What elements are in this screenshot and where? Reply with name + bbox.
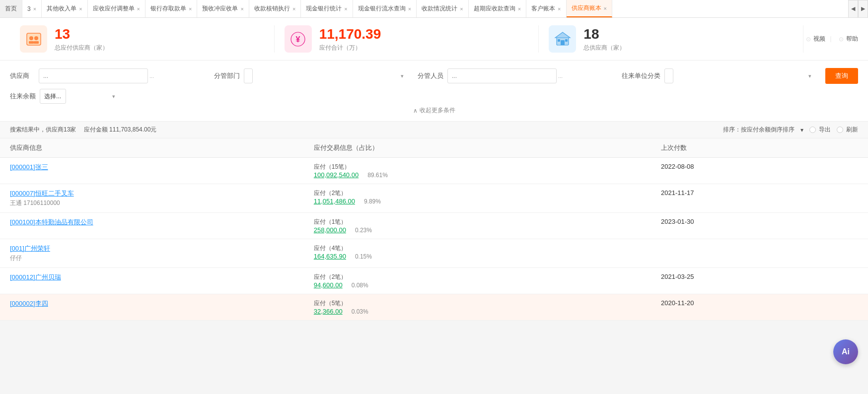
- last-payment-cell: [651, 239, 868, 268]
- tx-amount[interactable]: 32,366.00: [314, 308, 343, 315]
- supplier-link[interactable]: [000100]本特勤油品有限公司: [10, 218, 93, 226]
- last-payment-cell: 2020-11-20: [651, 294, 868, 321]
- close-icon[interactable]: ×: [344, 6, 347, 12]
- category-select[interactable]: [664, 68, 673, 83]
- export-label: 导出: [819, 126, 831, 134]
- help-link[interactable]: 帮助: [846, 35, 858, 43]
- category-select-wrapper: [664, 68, 816, 83]
- table-row: [001]广州荣轩仔仔应付（4笔）164,635.900.15%: [0, 239, 868, 268]
- close-icon[interactable]: ×: [292, 6, 295, 12]
- result-bar: 搜索结果中，供应商13家 应付金额 111,703,854.00元 排序：按应付…: [0, 122, 868, 138]
- close-icon[interactable]: ×: [408, 6, 411, 12]
- close-icon[interactable]: ×: [558, 6, 561, 12]
- nav-tab-ar-ap-label: 应收应付调整单: [93, 4, 135, 13]
- close-icon[interactable]: ×: [604, 5, 607, 11]
- tx-amount[interactable]: 11,051,486.00: [314, 197, 355, 205]
- table-row: [000001]张三应付（15笔）100,092,540.0089.61%202…: [0, 158, 868, 184]
- export-action[interactable]: 导出: [809, 126, 831, 134]
- collapse-button[interactable]: ∧ 收起更多条件: [10, 104, 858, 116]
- summary-info-suppliers: 13 总应付供应商（家）: [55, 26, 108, 53]
- nav-tab-overdue[interactable]: 超期应收款查询 ×: [469, 0, 526, 17]
- refresh-action[interactable]: 刷新: [837, 126, 858, 134]
- result-summary: 搜索结果中，供应商13家 应付金额 111,703,854.00元: [10, 126, 156, 134]
- nav-tab-supplier-ledger-label: 供应商账本: [572, 4, 601, 12]
- help-icon: ⊙: [839, 36, 844, 43]
- nav-tab-home[interactable]: 首页: [0, 0, 22, 17]
- supplier-label: 供应商: [10, 71, 35, 80]
- dept-select-wrapper: [244, 68, 408, 83]
- tx-cell: 应付（5笔）32,366.000.03%: [304, 294, 651, 321]
- nav-tab-receipt[interactable]: 收款核销执行 ×: [249, 0, 301, 17]
- person-input[interactable]: [447, 68, 557, 83]
- nav-prev-button[interactable]: ◀: [848, 0, 858, 18]
- nav-next-button[interactable]: ▶: [858, 0, 868, 18]
- tx-percent: 0.15%: [355, 253, 372, 260]
- nav-tab-bank[interactable]: 银行存取款单 ×: [145, 0, 197, 17]
- summary-card-amount: ¥ 11,170.39 应付合计（万）: [275, 25, 539, 53]
- close-icon[interactable]: ×: [240, 6, 243, 12]
- search-row-2: 往来余额 选择...: [10, 89, 858, 104]
- nav-tab-cashbank-flow[interactable]: 现金银行流水查询 ×: [353, 0, 417, 17]
- supplier-input[interactable]: [39, 68, 148, 83]
- tx-label: 应付（1笔）: [314, 218, 641, 226]
- result-amount-text: 应付金额 111,703,854.00元: [84, 126, 157, 133]
- nav-tab-cashbank-stat[interactable]: 现金银行统计 ×: [301, 0, 353, 17]
- table-header-row: 供应商信息 应付交易信息（占比） 上次付数: [0, 138, 868, 158]
- supplier-cell: [000002]李四: [0, 294, 304, 321]
- table-row: [000007]恒旺二手叉车王通 17106110000应付（2笔）11,051…: [0, 184, 868, 213]
- svg-rect-9: [561, 40, 565, 45]
- balance-select-wrapper: 选择...: [40, 89, 119, 104]
- nav-tab-other-income[interactable]: 其他收入单 ×: [42, 0, 87, 17]
- sort-down-icon: ▾: [800, 127, 803, 133]
- last-payment-cell: 2022-08-08: [651, 158, 868, 184]
- svg-rect-4: [34, 41, 39, 44]
- close-icon[interactable]: ×: [33, 6, 36, 12]
- nav-tab-supplier-ledger[interactable]: 供应商账本 ×: [567, 0, 612, 17]
- th-supplier: 供应商信息: [0, 138, 304, 158]
- tx-label: 应付（2笔）: [314, 273, 641, 281]
- tx-label: 应付（15笔）: [314, 163, 641, 171]
- table-row: [000012]广州贝瑞应付（2笔）94,600.000.08%2021-03-…: [0, 268, 868, 294]
- svg-rect-10: [558, 39, 560, 42]
- sort-label[interactable]: 排序：按应付余额倒序排序: [723, 126, 795, 134]
- nav-tab-receipt-label: 收款核销执行: [254, 4, 290, 13]
- search-button[interactable]: 查询: [825, 68, 858, 84]
- tx-amount[interactable]: 94,600.00: [314, 281, 343, 289]
- summary-label-total: 总供应商（家）: [583, 44, 625, 52]
- close-icon[interactable]: ×: [460, 6, 463, 12]
- nav-tab-cashbank-stat-label: 现金银行统计: [306, 4, 342, 13]
- supplier-link[interactable]: [000001]张三: [10, 163, 48, 171]
- table-row: [000100]本特勤油品有限公司应付（1笔）258,000.000.23%20…: [0, 213, 868, 239]
- export-radio: [809, 127, 816, 133]
- person-ellipsis: ...: [558, 73, 563, 79]
- refresh-label: 刷新: [846, 126, 858, 134]
- nav-tab-3[interactable]: 3 ×: [22, 0, 42, 17]
- supplier-link[interactable]: [001]广州荣轩: [10, 245, 50, 252]
- video-link[interactable]: 视频: [813, 35, 825, 43]
- tx-amount[interactable]: 258,000.00: [314, 226, 346, 234]
- dept-select[interactable]: [244, 68, 253, 83]
- nav-tab-customer-ledger[interactable]: 客户账本 ×: [526, 0, 566, 17]
- svg-point-1: [29, 36, 33, 40]
- svg-rect-3: [29, 41, 34, 44]
- category-label: 往来单位分类: [622, 71, 660, 80]
- balance-select[interactable]: 选择...: [40, 89, 66, 104]
- close-icon[interactable]: ×: [137, 6, 140, 12]
- close-icon[interactable]: ×: [518, 6, 521, 12]
- supplier-link[interactable]: [000012]广州贝瑞: [10, 273, 61, 281]
- tx-amount[interactable]: 164,635.90: [314, 253, 346, 260]
- amount-icon: ¥: [285, 25, 312, 53]
- nav-tab-receipt-stat[interactable]: 收款情况统计 ×: [417, 0, 468, 17]
- close-icon[interactable]: ×: [79, 6, 82, 12]
- nav-tab-overdue-label: 超期应收款查询: [474, 4, 515, 13]
- supplier-link[interactable]: [000007]恒旺二手叉车: [10, 190, 74, 197]
- tx-amount[interactable]: 100,092,540.00: [314, 171, 359, 179]
- supplier-ellipsis: ...: [149, 73, 154, 79]
- nav-tab-ar-ap[interactable]: 应收应付调整单 ×: [88, 0, 145, 17]
- supplier-link[interactable]: [000002]李四: [10, 300, 48, 307]
- nav-tab-other-income-label: 其他收入单: [47, 4, 76, 13]
- nav-tab-receipt-stat-label: 收款情况统计: [422, 4, 457, 13]
- close-icon[interactable]: ×: [189, 6, 192, 12]
- nav-tab-prepay[interactable]: 预收冲应收单 ×: [197, 0, 249, 17]
- svg-marker-8: [555, 32, 570, 38]
